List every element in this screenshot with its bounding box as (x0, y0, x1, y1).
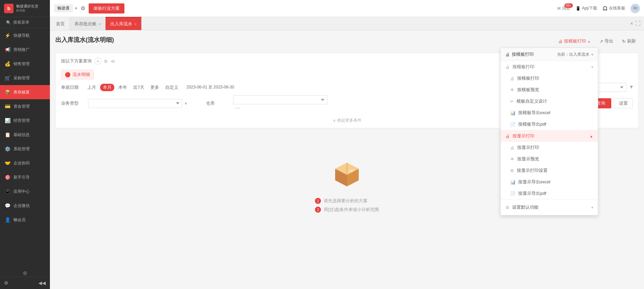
wechat-icon: 💬 (4, 202, 11, 209)
empty-steps: 1 请先选择要分析的方案 2 用[过滤]条件来缩小分析范围 (315, 196, 379, 214)
date-opt-this-month[interactable]: 本月 (100, 84, 114, 91)
topbar-user: 畅捷通 ▾ ⚙ (54, 4, 85, 12)
empty-box-icon (332, 159, 362, 190)
tab-batch-account-close[interactable]: × (98, 22, 100, 26)
sidebar-item-system[interactable]: ⚙️ 系统管理 (0, 142, 50, 156)
app-label: App下载 (582, 5, 597, 11)
topbar-gear-icon[interactable]: ⚙ (81, 5, 85, 11)
sidebar-item-marketing[interactable]: 📢 营销推广 (0, 43, 50, 57)
warehouse-select[interactable] (233, 95, 327, 104)
template-print-item[interactable]: 🖨 按模板打印 (501, 73, 598, 84)
sidebar-item-enterprise[interactable]: 🤝 企业协同 (0, 156, 50, 170)
sidebar-item-finance[interactable]: 💳 资金管理 (0, 99, 50, 113)
display-print-section: 🖨 按显示打印 ▲ 🖨 按显示打印 👁 按显示预览 (501, 130, 598, 200)
display-print-settings-label: 按显示打印设置 (517, 167, 548, 174)
biz-type-select[interactable] (88, 99, 182, 108)
sidebar-item-operation[interactable]: 📊 经营管理 (0, 113, 50, 128)
close-window-icon[interactable]: × (630, 21, 633, 27)
template-design-label: 模板自定义设计 (517, 98, 547, 104)
username-dropdown-icon[interactable]: ▾ (75, 6, 77, 11)
doc-type-more-btn[interactable]: ▾ (630, 83, 633, 90)
refresh-btn[interactable]: ↻ 刷新 (619, 37, 639, 46)
date-opt-custom[interactable]: 自定义 (163, 84, 180, 91)
sidebar-label-system: 系统管理 (13, 146, 30, 152)
filter-add-btn[interactable]: + (94, 58, 101, 64)
sidebar-item-basic[interactable]: 📋 基础信息 (0, 128, 50, 142)
tab-batch-account[interactable]: 库存批次账 × (70, 17, 106, 30)
sidebar-item-purchase[interactable]: 🛒 采购管理 (0, 71, 50, 85)
template-section-label: 按模板打印 (513, 64, 534, 70)
biz-type-dropdown-icon[interactable]: ▾ (185, 101, 189, 106)
tab-inout-flow[interactable]: 出入库流水 × (106, 17, 141, 30)
tab-home[interactable]: 首页 (51, 17, 70, 30)
template-design-item[interactable]: ✏ 模板自定义设计 (501, 96, 598, 107)
avatar-text: Rit (633, 6, 637, 10)
message-btn[interactable]: ✉ 消息 99+ (557, 5, 570, 11)
app-download-btn[interactable]: 📱 App下载 (576, 5, 597, 11)
template-export-pdf-item[interactable]: 📄 按模板导出pdf (501, 119, 598, 130)
operation-icon: 📊 (4, 117, 11, 124)
export-label: 导出 (605, 38, 613, 44)
filter-settings-btn[interactable]: ⚙ (104, 59, 108, 64)
print-dropdown-arrow[interactable]: ▲ (587, 40, 591, 43)
set-default-item[interactable]: ⚙ 设置默认功能 ▾ (505, 202, 593, 212)
display-preview-item[interactable]: 👁 按显示预览 (501, 153, 598, 165)
dropdown-footer[interactable]: ⚙ 设置默认功能 ▾ (501, 200, 598, 215)
sidebar-item-member[interactable]: 👤 畅会员 (0, 213, 50, 227)
toolbar: 🖨 按模板打印 ▲ ↗ 导出 ↻ 刷新 🖨 (556, 37, 639, 46)
main-area: 畅捷通 ▾ ⚙ 体验行业方案 ✉ 消息 99+ 📱 App下载 🎧 在线客服 R… (50, 0, 644, 289)
enterprise-icon: 🤝 (4, 160, 11, 166)
sales-icon: 💰 (4, 60, 11, 67)
sidebar-item-guide[interactable]: 🎯 新手引导 (0, 170, 50, 184)
user-avatar[interactable]: Rit (631, 4, 640, 13)
scroll-down-btn[interactable] (23, 271, 27, 275)
template-preview-icon: 👁 (510, 87, 515, 93)
sidebar-item-wechat[interactable]: 💬 企业微信 (0, 199, 50, 213)
sidebar-item-inventory[interactable]: 📦 库存核算 (0, 85, 50, 99)
sidebar-label-sales: 销售管理 (13, 61, 30, 67)
template-export-excel-item[interactable]: 📊 按模板导出excel (501, 107, 598, 119)
expand-window-icon[interactable]: ⛶ (635, 21, 641, 27)
collapse-sidebar-icon[interactable]: ◀◀ (38, 280, 46, 286)
current-template-arrow[interactable]: ▾ (591, 53, 593, 56)
display-section-header[interactable]: 🖨 按显示打印 ▲ (501, 130, 598, 142)
export-btn[interactable]: ↗ 导出 (597, 37, 616, 46)
template-preview-item[interactable]: 👁 按模板预览 (501, 84, 598, 96)
print-label: 按模板打印 (564, 38, 586, 44)
sidebar-label-inventory: 库存核算 (13, 89, 30, 95)
display-print-settings-item[interactable]: ⚙ 按显示打印设置 (501, 165, 598, 176)
date-opt-more[interactable]: 更多 (148, 84, 161, 91)
inventory-icon: 📦 (4, 89, 11, 96)
sidebar-item-app-center[interactable]: 📱 应用中心 (0, 184, 50, 199)
print-template-btn[interactable]: 🖨 按模板打印 ▲ (556, 37, 593, 46)
settings-bottom-icon[interactable]: ⚙ (4, 280, 8, 286)
active-filter-tag[interactable]: 🔴 流水明细 (61, 70, 94, 79)
search-menu[interactable]: 🔍 搜索菜单 (0, 17, 50, 28)
sidebar-item-sales[interactable]: 💰 销售管理 (0, 57, 50, 71)
warehouse-label: 仓库 (206, 100, 226, 106)
filter-collapse-btn[interactable]: ≪ (111, 59, 115, 64)
date-opt-this-year[interactable]: 本年 (116, 84, 129, 91)
sidebar-label-wechat: 企业微信 (13, 203, 30, 209)
template-export-excel-label: 按模板导出excel (518, 110, 550, 116)
display-print-item[interactable]: 🖨 按显示打印 (501, 142, 598, 153)
date-opt-7days[interactable]: 近7天 (131, 84, 146, 91)
date-options: 上月 本月 本年 近7天 更多 自定义 (85, 84, 180, 91)
online-service-btn[interactable]: 🎧 在线客服 (603, 5, 625, 11)
collapse-more-btn[interactable]: ∧ 收起更多条件 (333, 117, 361, 123)
logo-icon: b (4, 4, 13, 13)
set-default-label: 设置默认功能 (512, 204, 538, 210)
display-export-pdf-item[interactable]: 📄 按显示导出pdf (501, 188, 598, 199)
warehouse-more-btn[interactable]: ··· (235, 104, 240, 111)
tab-inout-flow-close[interactable]: × (134, 22, 136, 26)
display-export-excel-item[interactable]: 📊 按显示导出excel (501, 176, 598, 188)
settings-btn[interactable]: 设置 (614, 98, 633, 108)
printer-icon: 🖨 (505, 52, 510, 57)
step-2-text: 用[过滤]条件来缩小分析范围 (324, 205, 379, 214)
template-section-header[interactable]: 🖨 按模板打印 ▾ (501, 61, 598, 73)
sidebar-item-quick-nav[interactable]: ⚡ 快捷导航 (0, 28, 50, 43)
page-title: 出入库流水(流水明细) (55, 36, 114, 44)
empty-step-1: 1 请先选择要分析的方案 (315, 196, 379, 205)
industry-btn[interactable]: 体验行业方案 (89, 3, 124, 14)
date-opt-last-month[interactable]: 上月 (85, 84, 98, 91)
